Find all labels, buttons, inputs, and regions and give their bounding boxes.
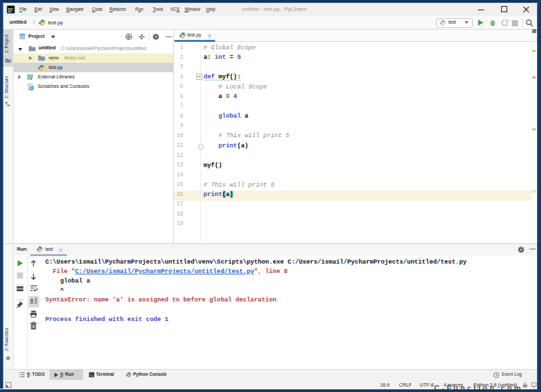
svg-text:PC: PC [8, 7, 14, 11]
